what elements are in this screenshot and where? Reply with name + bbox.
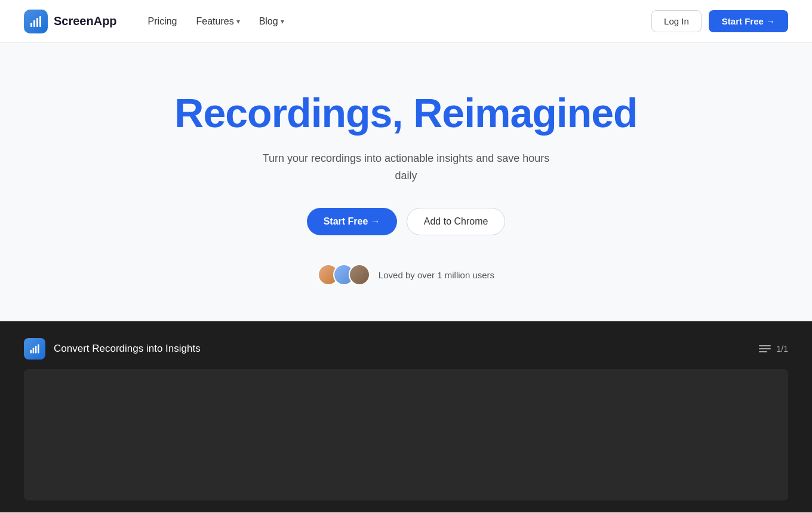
svg-rect-6 — [35, 346, 37, 354]
hero-buttons: Start Free → Add to Chrome — [307, 208, 506, 235]
nav-features[interactable]: Features ▾ — [189, 11, 247, 32]
video-logo-icon — [24, 338, 45, 360]
svg-rect-2 — [36, 18, 38, 27]
svg-rect-0 — [30, 23, 32, 27]
hero-start-free-button[interactable]: Start Free → — [307, 208, 397, 235]
video-header: Convert Recordings into Insights 1/1 — [24, 333, 788, 369]
svg-rect-3 — [39, 16, 41, 27]
nav-pricing[interactable]: Pricing — [141, 11, 184, 32]
avatar — [349, 264, 370, 285]
nav-right: Log In Start Free → — [651, 10, 788, 32]
login-button[interactable]: Log In — [651, 10, 702, 32]
hero-section: Recordings, Reimagined Turn your recordi… — [0, 43, 812, 321]
video-header-left: Convert Recordings into Insights — [24, 338, 201, 360]
video-section-title: Convert Recordings into Insights — [54, 343, 201, 355]
logo-icon — [24, 10, 48, 33]
nav-links: Pricing Features ▾ Blog ▾ — [141, 11, 291, 32]
hero-add-chrome-button[interactable]: Add to Chrome — [407, 208, 506, 235]
social-proof-text: Loved by over 1 million users — [379, 270, 494, 280]
blog-chevron-icon: ▾ — [281, 17, 284, 26]
social-proof: Loved by over 1 million users — [318, 264, 494, 285]
svg-rect-4 — [30, 350, 32, 354]
svg-rect-1 — [33, 20, 35, 27]
video-content-area — [24, 369, 788, 500]
features-chevron-icon: ▾ — [236, 17, 240, 26]
nav-blog[interactable]: Blog ▾ — [252, 11, 291, 32]
svg-rect-7 — [38, 345, 39, 354]
nav-left: ScreenApp Pricing Features ▾ Blog ▾ — [24, 10, 291, 33]
logo-link[interactable]: ScreenApp — [24, 10, 117, 33]
start-free-nav-button[interactable]: Start Free → — [709, 10, 788, 32]
page-indicator: 1/1 — [777, 344, 788, 354]
video-section: Convert Recordings into Insights 1/1 — [0, 321, 812, 512]
video-header-right: 1/1 — [759, 344, 788, 354]
menu-icon[interactable] — [759, 345, 771, 352]
svg-rect-5 — [33, 348, 35, 354]
hero-subtitle: Turn your recordings into actionable ins… — [257, 150, 555, 185]
hero-title: Recordings, Reimagined — [174, 91, 637, 136]
logo-text: ScreenApp — [54, 14, 117, 28]
avatar-group — [318, 264, 370, 285]
navbar: ScreenApp Pricing Features ▾ Blog ▾ Log … — [0, 0, 812, 43]
